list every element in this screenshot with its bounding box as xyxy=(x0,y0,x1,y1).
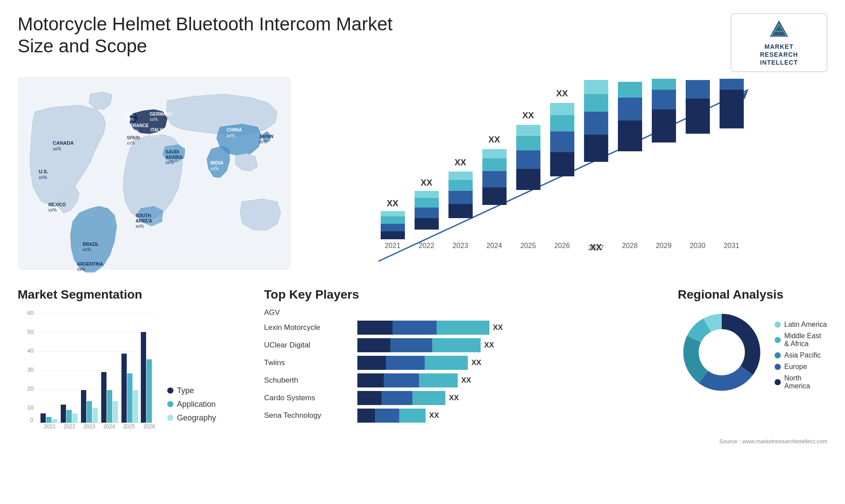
svg-text:60: 60 xyxy=(27,310,33,316)
map-section: CANADA xx% U.S. xx% MEXICO xx% BRAZIL xx… xyxy=(18,77,290,288)
svg-rect-117 xyxy=(87,401,92,423)
seg-legend: Type Application Geography xyxy=(167,386,216,431)
bar-mid xyxy=(386,356,425,370)
svg-text:MEXICO: MEXICO xyxy=(48,202,66,207)
logo-text: MARKETRESEARCHINTELLECT xyxy=(760,43,798,67)
player-row: Cardo Systems XX xyxy=(264,391,660,405)
svg-text:2026: 2026 xyxy=(554,242,570,249)
svg-text:CANADA: CANADA xyxy=(53,140,74,146)
svg-rect-75 xyxy=(584,112,608,135)
bar-dark xyxy=(357,409,375,423)
svg-rect-122 xyxy=(113,401,118,423)
bar-mid xyxy=(384,373,419,387)
players-title: Top Key Players xyxy=(264,288,660,302)
svg-text:2021: 2021 xyxy=(44,424,56,430)
legend-europe: Europe xyxy=(775,363,827,371)
top-content: CANADA xx% U.S. xx% MEXICO xx% BRAZIL xx… xyxy=(0,77,845,288)
player-value: XX xyxy=(471,358,481,367)
svg-text:ARABIA: ARABIA xyxy=(165,155,183,160)
bar-dark xyxy=(357,373,384,387)
svg-text:BRAZIL: BRAZIL xyxy=(83,242,99,247)
svg-rect-108 xyxy=(40,413,46,423)
seg-chart: 60 50 40 30 20 10 0 xyxy=(18,308,158,431)
legend-asia-pacific: Asia Pacific xyxy=(775,351,827,359)
svg-rect-44 xyxy=(415,218,439,230)
svg-text:2030: 2030 xyxy=(690,242,705,249)
north-america-label: North America xyxy=(784,374,827,390)
svg-rect-128 xyxy=(141,332,146,423)
header: Motorcycle Helmet Bluetooth Intercom Mar… xyxy=(0,0,845,77)
svg-text:20: 20 xyxy=(27,385,33,392)
svg-text:xx%: xx% xyxy=(227,133,235,138)
svg-rect-79 xyxy=(618,121,642,151)
svg-rect-77 xyxy=(584,80,608,94)
player-value: XX xyxy=(461,376,471,385)
svg-rect-129 xyxy=(147,359,152,423)
svg-rect-88 xyxy=(686,80,710,99)
player-name: Lexin Motorcycle xyxy=(264,323,352,332)
svg-text:XX: XX xyxy=(421,178,433,187)
player-row: Twiins XX xyxy=(264,356,660,370)
regional-content: Latin America Middle East & Africa Asia … xyxy=(678,308,827,398)
svg-rect-83 xyxy=(652,110,676,142)
svg-rect-41 xyxy=(381,211,405,216)
svg-text:2022: 2022 xyxy=(419,242,434,249)
svg-rect-63 xyxy=(516,150,540,169)
svg-text:xx%: xx% xyxy=(259,139,267,144)
svg-rect-91 xyxy=(720,79,744,90)
svg-rect-47 xyxy=(415,191,439,198)
svg-text:xx%: xx% xyxy=(130,128,139,133)
legend-geography: Geography xyxy=(167,413,216,423)
middle-east-label: Middle East & Africa xyxy=(784,332,827,348)
svg-text:30: 30 xyxy=(27,366,33,373)
bar-light xyxy=(399,409,426,423)
legend-north-america: North America xyxy=(775,374,827,390)
player-bar xyxy=(357,338,481,352)
player-bar-container: XX xyxy=(357,373,471,387)
svg-text:2023: 2023 xyxy=(452,242,468,249)
application-dot xyxy=(167,401,173,407)
bar-light xyxy=(425,356,468,370)
svg-text:40: 40 xyxy=(27,347,33,354)
svg-text:FRANCE: FRANCE xyxy=(130,123,149,128)
svg-text:JAPAN: JAPAN xyxy=(259,134,273,139)
player-row: Sena Technology XX xyxy=(264,409,660,423)
svg-rect-114 xyxy=(72,413,77,423)
regional-title: Regional Analysis xyxy=(678,288,827,302)
player-name: UClear Digital xyxy=(264,341,352,350)
svg-rect-76 xyxy=(584,94,608,112)
svg-point-136 xyxy=(699,329,745,375)
svg-rect-85 xyxy=(652,79,676,90)
bar-mid xyxy=(393,321,437,335)
svg-rect-120 xyxy=(101,372,107,423)
player-name: AGV xyxy=(264,308,352,317)
svg-text:2021: 2021 xyxy=(385,242,400,249)
svg-rect-112 xyxy=(61,405,66,423)
player-row: AGV xyxy=(264,308,660,317)
player-bar xyxy=(357,409,426,423)
application-label: Application xyxy=(177,400,216,409)
bar-dark xyxy=(357,356,386,370)
player-bar-container: XX xyxy=(357,338,494,352)
svg-text:XX: XX xyxy=(522,110,534,120)
geography-dot xyxy=(167,415,173,421)
svg-text:XX: XX xyxy=(556,88,568,98)
svg-rect-71 xyxy=(550,103,574,115)
asia-pacific-dot xyxy=(775,352,781,358)
svg-rect-110 xyxy=(52,419,57,423)
player-value: XX xyxy=(449,394,459,402)
player-name: Twiins xyxy=(264,358,352,367)
svg-text:XX: XX xyxy=(387,198,399,208)
svg-text:2031: 2031 xyxy=(724,242,739,249)
europe-dot xyxy=(775,364,781,370)
svg-text:SAUDI: SAUDI xyxy=(165,150,179,154)
bar-mid xyxy=(375,409,399,423)
svg-rect-124 xyxy=(121,354,127,423)
player-value: XX xyxy=(493,323,503,332)
svg-text:xx%: xx% xyxy=(127,141,135,146)
bar-mid xyxy=(382,391,412,405)
player-row: Schuberth XX xyxy=(264,373,660,387)
svg-text:xx%: xx% xyxy=(77,267,85,272)
players-section: Top Key Players AGV Lexin Motorcycle XX xyxy=(264,288,660,431)
svg-rect-126 xyxy=(133,390,138,423)
